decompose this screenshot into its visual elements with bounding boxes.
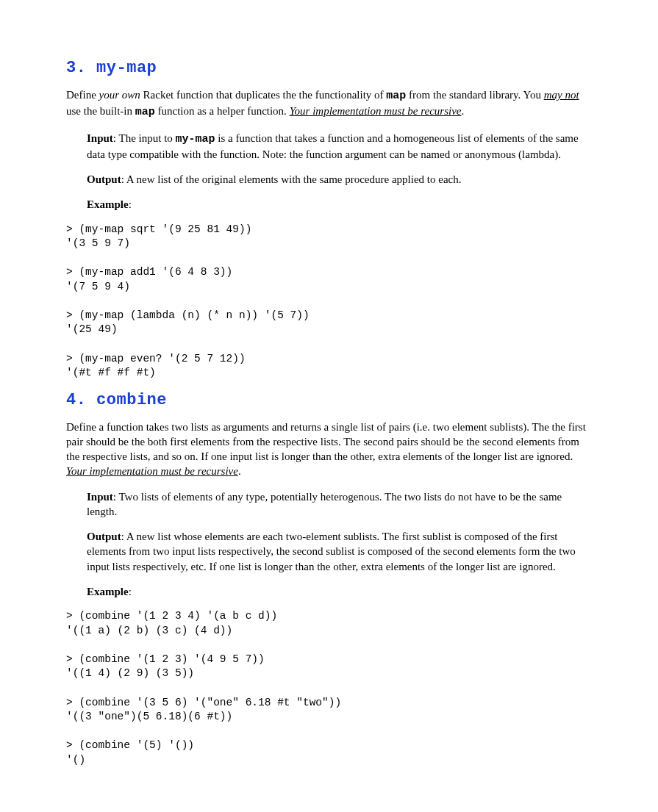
text: Racket function that duplicates the the …: [140, 89, 386, 101]
section-4-example-label: Example:: [87, 584, 592, 599]
section-3-code-block: > (my-map sqrt '(9 25 81 49)) '(3 5 9 7)…: [66, 223, 592, 381]
text: function as a helper function.: [155, 105, 290, 117]
text: Define: [66, 89, 99, 101]
emphasis-recursive: Your implementation must be recursive: [66, 465, 238, 477]
text: Define a function takes two lists as arg…: [66, 421, 586, 463]
emphasis-recursive: Your implementation must be recursive: [290, 105, 462, 117]
text: use the built-in: [66, 105, 135, 117]
text: : Two lists of elements of any type, pot…: [87, 491, 562, 517]
section-4-output: Output: A new list whose elements are ea…: [87, 529, 592, 574]
text: .: [462, 105, 465, 117]
text: from the standard library. You: [406, 89, 543, 101]
section-3-heading: 3. my-map: [66, 59, 592, 77]
section-3-example-label: Example:: [87, 197, 592, 212]
input-label: Input: [87, 491, 113, 503]
section-4-code-block: > (combine '(1 2 3 4) '(a b c d)) '((1 a…: [66, 609, 592, 767]
text: :: [129, 586, 132, 597]
output-label: Output: [87, 173, 121, 185]
section-4-heading: 4. combine: [66, 391, 592, 409]
text: : The input to: [113, 132, 176, 144]
section-4-intro: Define a function takes two lists as arg…: [66, 420, 592, 479]
text: .: [238, 465, 241, 477]
output-label: Output: [87, 531, 121, 542]
emphasis-may-not: may not: [544, 89, 579, 101]
example-label: Example: [87, 586, 129, 597]
input-label: Input: [87, 132, 113, 144]
section-4-input: Input: Two lists of elements of any type…: [87, 489, 592, 520]
document-page: 3. my-map Define your own Racket functio…: [0, 0, 658, 807]
text: : A new list whose elements are each two…: [87, 531, 576, 572]
code-map: map: [135, 106, 155, 118]
text: : A new list of the original elements wi…: [121, 173, 462, 185]
section-3-output: Output: A new list of the original eleme…: [87, 172, 592, 187]
section-3-input: Input: The input to my-map is a function…: [87, 131, 592, 162]
code-map: map: [386, 90, 406, 102]
example-label: Example: [87, 198, 129, 210]
code-my-map: my-map: [176, 133, 215, 145]
section-3-intro: Define your own Racket function that dup…: [66, 87, 592, 121]
emphasis-your-own: your own: [99, 89, 140, 101]
text: :: [129, 198, 132, 210]
